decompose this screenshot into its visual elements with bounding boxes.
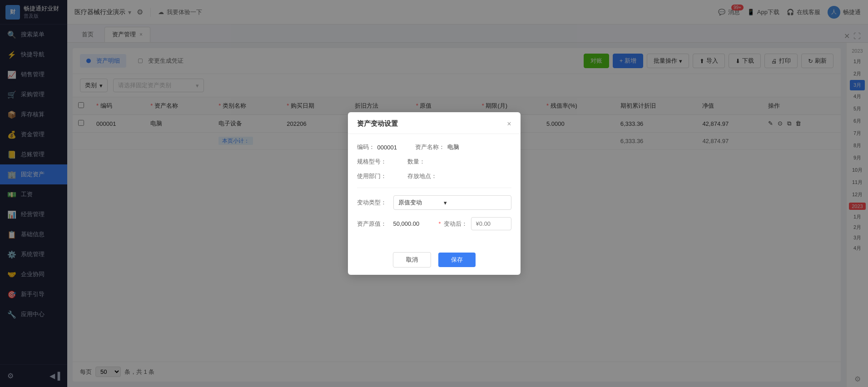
modal-info-row-1: 编码： 000001 资产名称： 电脑	[357, 143, 511, 151]
modal-body: 编码： 000001 资产名称： 电脑 规格型号： 数量：	[348, 134, 521, 247]
after-change-label: 变动后：	[444, 220, 467, 228]
modal-change-type-row: 变动类型： 原值变动 ▾	[357, 195, 511, 210]
original-value-display: 50,000.00	[393, 220, 430, 227]
change-type-arrow-icon: ▾	[444, 199, 447, 206]
modal-info-row-3: 使用部门： 存放地点：	[357, 172, 511, 180]
modal-divider	[357, 188, 511, 188]
modal-overlay[interactable]: 资产变动设置 × 编码： 000001 资产名称： 电脑 规格型号：	[0, 0, 868, 387]
modal-close-icon[interactable]: ×	[507, 120, 511, 128]
change-type-select[interactable]: 原值变动 ▾	[393, 195, 511, 210]
modal-header: 资产变动设置 ×	[348, 112, 521, 134]
modal-location-item: 存放地点：	[407, 172, 440, 180]
modal-footer: 取消 保存	[348, 247, 521, 275]
modal-name-item: 资产名称： 电脑	[415, 143, 459, 151]
modal-qty-item: 数量：	[407, 158, 428, 166]
modal-code-item: 编码： 000001	[357, 143, 397, 151]
required-star: *	[439, 220, 441, 227]
modal-info-row-2: 规格型号： 数量：	[357, 158, 511, 166]
modal-title: 资产变动设置	[357, 119, 398, 128]
modal-spec-item: 规格型号：	[357, 158, 389, 166]
asset-change-modal: 资产变动设置 × 编码： 000001 资产名称： 电脑 规格型号：	[348, 112, 521, 275]
modal-value-row: 资产原值： 50,000.00 * 变动后：	[357, 217, 511, 230]
after-change-input[interactable]	[471, 217, 511, 230]
modal-dept-item: 使用部门：	[357, 172, 389, 180]
save-button[interactable]: 保存	[438, 253, 476, 267]
cancel-button[interactable]: 取消	[393, 252, 431, 268]
